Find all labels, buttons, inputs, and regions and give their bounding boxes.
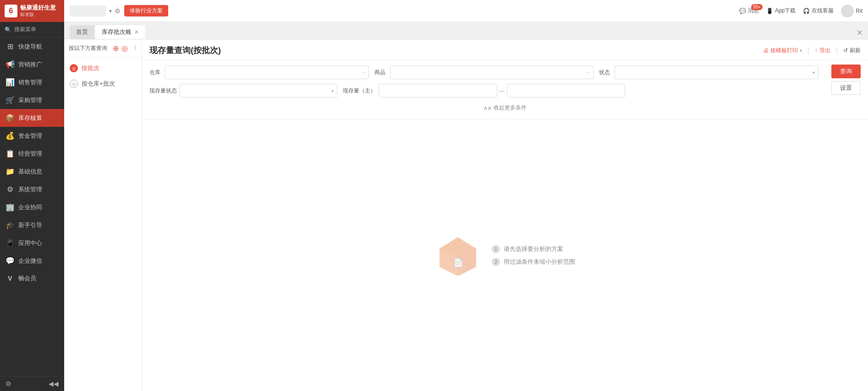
product-input-wrap: ···: [390, 65, 594, 79]
search-icon: 🔍: [5, 27, 11, 33]
sidebar-item-marketing[interactable]: 📢 营销推广: [0, 55, 64, 73]
tab-home[interactable]: 首页: [70, 25, 94, 39]
sidebar-item-newbie[interactable]: 🎓 新手引导: [0, 216, 64, 234]
sidebar-item-label: 库存核算: [18, 114, 42, 122]
query-btn[interactable]: 查询: [831, 65, 861, 78]
sidebar-item-label: 畅会员: [18, 274, 36, 282]
scheme-header-label: 按以下方案查询: [69, 44, 107, 52]
tip-num-2: 2: [492, 258, 500, 266]
app-subtitle: 标准版: [20, 11, 56, 18]
warehouse-input-wrap: ···: [165, 65, 369, 79]
stock-status-select[interactable]: [180, 84, 337, 98]
app-download-label: App下载: [775, 7, 796, 15]
empty-state-content: 📄 1 请先选择要分析的方案 2 用过滤条件来缩小分析范围: [435, 233, 575, 278]
stock-status-select-wrap: ▾: [180, 84, 337, 98]
app-download-btn[interactable]: 📱 App下载: [766, 7, 796, 15]
stock-status-field: 现存量状态 ▾: [149, 84, 337, 98]
refresh-icon: ↺: [843, 47, 848, 54]
sidebar-item-enterprise[interactable]: 🏢 企业协同: [0, 198, 64, 216]
sidebar-item-finance[interactable]: 💰 资金管理: [0, 127, 64, 145]
collapse-scheme-icon[interactable]: 《: [131, 44, 137, 53]
status-select[interactable]: [615, 65, 819, 79]
stock-qty-field: 现存量（主） —: [343, 84, 625, 98]
tab-inventory-batch[interactable]: 库存批次账 ✕: [95, 25, 145, 39]
dropdown-arrow-icon[interactable]: ▾: [109, 8, 112, 14]
username-label: Rit: [856, 8, 863, 14]
scheme-item-label: 按批次: [82, 64, 99, 72]
app-title: 畅康通好生意: [20, 4, 56, 11]
page-content: 按以下方案查询 ⊕ ◎ 《 ◎ 按批次 ◎ 按仓库+批次: [64, 39, 868, 391]
sidebar-item-basic-info[interactable]: 📁 基础信息: [0, 163, 64, 180]
page-title-actions: 🖨 按模板打印 ▾ | ↑ 导出 | ↺ 刷新: [763, 46, 861, 54]
stock-status-label: 现存量状态: [149, 87, 177, 95]
print-btn[interactable]: 🖨 按模板打印 ▾: [763, 47, 802, 54]
filter-row-1: 仓库 ··· 商品 ··· 状态: [149, 65, 861, 79]
avatar: [841, 5, 854, 17]
scheme-list: ◎ 按批次 ◎ 按仓库+批次: [64, 58, 142, 94]
tab-close-icon[interactable]: ✕: [134, 29, 139, 35]
sidebar-item-sales[interactable]: 📊 销售管理: [0, 73, 64, 91]
tip-num-1: 1: [492, 245, 500, 253]
collapse-filter-btn[interactable]: ∧∧ 收起更多条件: [483, 104, 527, 112]
messages-btn[interactable]: 💬 消息 99+: [739, 7, 759, 15]
sidebar-item-label: 基础信息: [18, 168, 42, 176]
sidebar-footer: ⚙ ◀◀: [0, 376, 64, 391]
export-icon: ↑: [815, 47, 818, 54]
stock-qty-min[interactable]: [379, 84, 497, 98]
warehouse-label: 仓库: [149, 69, 162, 76]
query-area: 现存量查询(按批次) 🖨 按模板打印 ▾ | ↑ 导出 | ↺: [142, 39, 868, 391]
print-dropdown-icon[interactable]: ▾: [800, 48, 802, 53]
basic-info-icon: 📁: [5, 167, 15, 176]
collapse-arrow-icon: ∧∧: [483, 105, 492, 111]
empty-state-illustration: 📄: [435, 233, 481, 278]
purchase-icon: 🛒: [5, 96, 15, 104]
empty-tip-2: 2 用过滤条件来缩小分析范围: [492, 258, 575, 266]
sidebar-item-system[interactable]: ⚙ 系统管理: [0, 180, 64, 198]
sidebar-item-purchase[interactable]: 🛒 采购管理: [0, 91, 64, 109]
scheme-inactive-icon: ◎: [70, 80, 78, 88]
enterprise-wechat-icon: 💬: [5, 256, 15, 265]
online-service-btn[interactable]: 🎧 在线客服: [803, 7, 834, 15]
product-input[interactable]: [390, 65, 594, 79]
tip-text-1: 请先选择要分析的方案: [504, 245, 563, 253]
scheme-active-icon: ◎: [70, 64, 78, 72]
settings-icon[interactable]: ⚙: [5, 380, 11, 387]
warehouse-input[interactable]: [165, 65, 369, 79]
export-btn[interactable]: ↑ 导出: [815, 47, 830, 54]
user-info-btn[interactable]: Rit: [841, 5, 863, 17]
sidebar-item-vip[interactable]: V 畅会员: [0, 270, 64, 287]
sidebar-item-operations[interactable]: 📋 经营管理: [0, 145, 64, 163]
sidebar-item-app-center[interactable]: 📱 应用中心: [0, 234, 64, 252]
sidebar-item-label: 快捷导航: [18, 43, 42, 51]
warehouse-suffix[interactable]: ···: [362, 69, 366, 76]
app-title-wrap: 畅康通好生意 标准版: [20, 4, 56, 18]
range-separator: —: [499, 87, 505, 94]
breadcrumb-input[interactable]: [70, 5, 106, 16]
status-label: 状态: [599, 69, 612, 76]
refresh-btn[interactable]: ↺ 刷新: [843, 47, 861, 54]
settings-scheme-icon[interactable]: ◎: [121, 44, 128, 53]
sidebar-item-quick-nav[interactable]: ⊞ 快捷导航: [0, 38, 64, 55]
tabs-close-all-icon[interactable]: ✕: [857, 28, 863, 37]
topbar: ▾ ⚙ 体验行业方案 💬 消息 99+ 📱 App下载 🎧 在线客服 Rit: [64, 0, 868, 22]
product-suffix[interactable]: ···: [586, 69, 591, 76]
scheme-item-by-batch[interactable]: ◎ 按批次: [64, 60, 142, 76]
settings-btn[interactable]: 设置: [831, 81, 861, 95]
print-icon: 🖨: [763, 47, 769, 54]
topbar-gear-icon[interactable]: ⚙: [115, 7, 121, 15]
stock-qty-max[interactable]: [507, 84, 625, 98]
sidebar-item-inventory[interactable]: 📦 库存核算: [0, 109, 64, 127]
collapse-sidebar-icon[interactable]: ◀◀: [49, 380, 59, 387]
product-label: 商品: [374, 69, 387, 76]
sidebar-search-btn[interactable]: 🔍 搜索菜单: [0, 22, 64, 38]
add-scheme-icon[interactable]: ⊕: [113, 44, 119, 53]
finance-icon: 💰: [5, 131, 15, 140]
newbie-icon: 🎓: [5, 221, 15, 229]
sidebar-item-label: 销售管理: [18, 78, 42, 87]
scheme-item-by-warehouse-batch[interactable]: ◎ 按仓库+批次: [64, 76, 142, 92]
marketing-icon: 📢: [5, 60, 15, 69]
topbar-right: 💬 消息 99+ 📱 App下载 🎧 在线客服 Rit: [739, 5, 863, 17]
quick-nav-icon: ⊞: [5, 42, 15, 51]
experience-btn[interactable]: 体验行业方案: [124, 5, 168, 16]
sidebar-item-enterprise-wechat[interactable]: 💬 企业微信: [0, 252, 64, 270]
